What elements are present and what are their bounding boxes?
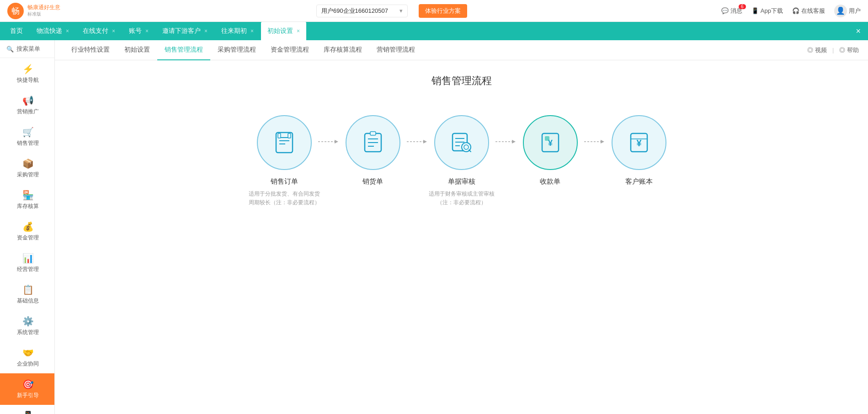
flow-label-ledger: 客户账本 xyxy=(625,177,653,186)
close-all-tabs-button[interactable]: × xyxy=(852,27,864,36)
logo-area: 畅 畅康通好生意 标准版 xyxy=(7,3,62,19)
flow-circle-ledger[interactable]: ¥ xyxy=(612,115,666,170)
tab-invite[interactable]: 邀请下游客户 × xyxy=(156,22,214,40)
quick-nav-icon: ⚡ xyxy=(22,64,34,74)
top-header: 畅 畅康通好生意 标准版 用户690企业1660120507 ▾ 体验行业方案 … xyxy=(0,0,868,22)
message-badge: 6 xyxy=(739,4,746,9)
sidebar-item-sales[interactable]: 🛒 销售管理 xyxy=(0,121,54,153)
flow-desc-sales-order: 适用于分批发货、有合同发货周期较长（注：非必要流程） xyxy=(248,190,321,207)
tab-logistics[interactable]: 物流快递 × xyxy=(30,22,75,40)
video-link[interactable]: ◎ 视频 xyxy=(807,46,827,54)
chevron-down-icon: ▾ xyxy=(399,7,403,14)
tab-home[interactable]: 首页 xyxy=(4,22,29,40)
svg-rect-23 xyxy=(545,136,549,141)
user-selector-text: 用户690企业1660120507 xyxy=(321,7,388,15)
svg-rect-4 xyxy=(278,133,281,138)
flow-desc-review: 适用于财务审核或主管审核（注：非必要流程） xyxy=(425,190,498,207)
svg-rect-11 xyxy=(370,132,376,135)
page-content: 销售管理流程 销售订单 xyxy=(55,60,868,414)
online-service-button[interactable]: 🎧 在线客服 xyxy=(792,7,825,15)
sidebar: 🔍 搜索菜单 ⚡ 快捷导航 📢 营销推广 🛒 销售管理 📦 采购管理 🏪 库存核… xyxy=(0,40,55,414)
flow-label-delivery: 销货单 xyxy=(362,177,383,186)
tab-close-initial[interactable]: × xyxy=(297,28,300,34)
flow-step-sales-order: 销售订单 适用于分批发货、有合同发货周期较长（注：非必要流程） xyxy=(248,115,321,207)
sub-tab-industry[interactable]: 行业特性设置 xyxy=(64,40,117,60)
operations-icon: 📊 xyxy=(22,253,34,264)
marketing-icon: 📢 xyxy=(22,95,34,106)
flow-circle-delivery[interactable] xyxy=(346,115,400,170)
flow-step-delivery: 销货单 xyxy=(336,115,410,190)
sub-tabs: 行业特性设置 初始设置 销售管理流程 采购管理流程 资金管理流程 库存核算流程 … xyxy=(55,40,868,60)
sidebar-item-basic-info[interactable]: 📋 基础信息 xyxy=(0,279,54,310)
sidebar-item-quick-nav[interactable]: ⚡ 快捷导航 xyxy=(0,58,54,90)
sidebar-item-finance[interactable]: 💰 资金管理 xyxy=(0,216,54,247)
sub-tab-sales-flow[interactable]: 销售管理流程 xyxy=(157,40,210,60)
flow-circle-receipt[interactable]: ¥ xyxy=(523,115,578,170)
svg-rect-5 xyxy=(288,133,291,138)
flow-label-sales-order: 销售订单 xyxy=(271,177,298,186)
flow-step-receipt: ¥ 收款单 xyxy=(514,115,587,190)
sub-tab-initial[interactable]: 初始设置 xyxy=(117,40,157,60)
header-right: 💬 消息 6 📱 App下载 🎧 在线客服 👤 用户 xyxy=(721,5,861,17)
experience-button[interactable]: 体验行业方案 xyxy=(419,4,467,18)
sidebar-search[interactable]: 🔍 搜索菜单 xyxy=(0,40,54,58)
logo-icon: 畅 xyxy=(7,3,24,19)
avatar: 👤 xyxy=(834,5,847,17)
purchase-icon: 📦 xyxy=(22,158,34,169)
app-center-icon: 📱 xyxy=(22,410,34,414)
sales-icon: 🛒 xyxy=(22,127,34,138)
user-selector[interactable]: 用户690企业1660120507 ▾ xyxy=(316,5,408,17)
app-download-button[interactable]: 📱 App下载 xyxy=(751,7,783,15)
sub-tab-inventory-flow[interactable]: 库存核算流程 xyxy=(316,40,369,60)
sidebar-item-enterprise[interactable]: 🤝 企业协同 xyxy=(0,342,54,373)
message-icon: 💬 xyxy=(721,7,729,14)
sidebar-item-inventory[interactable]: 🏪 库存核算 xyxy=(0,184,54,216)
download-icon: 📱 xyxy=(751,7,759,14)
sidebar-item-operations[interactable]: 📊 经营管理 xyxy=(0,247,54,279)
tab-close-invite[interactable]: × xyxy=(204,28,208,34)
tab-initial-setup[interactable]: 初始设置 × xyxy=(261,22,306,40)
sub-tab-actions: ◎ 视频 | ◎ 帮助 xyxy=(807,46,859,54)
system-icon: ⚙️ xyxy=(22,316,34,327)
sidebar-item-guide[interactable]: 🎯 新手引导 xyxy=(0,373,54,405)
message-button[interactable]: 💬 消息 6 xyxy=(721,7,742,15)
tab-close-logistics[interactable]: × xyxy=(66,28,69,34)
user-avatar-button[interactable]: 👤 用户 xyxy=(834,5,861,17)
sub-tab-purchase-flow[interactable]: 采购管理流程 xyxy=(210,40,263,60)
tab-payment[interactable]: 在线支付 × xyxy=(76,22,122,40)
tab-close-period[interactable]: × xyxy=(250,28,254,34)
sidebar-item-app-center[interactable]: 📱 应用中心 xyxy=(0,405,54,414)
inventory-icon: 🏪 xyxy=(22,190,34,201)
content-area: 行业特性设置 初始设置 销售管理流程 采购管理流程 资金管理流程 库存核算流程 … xyxy=(55,40,868,414)
tab-account[interactable]: 账号 × xyxy=(122,22,155,40)
sidebar-item-purchase[interactable]: 📦 采购管理 xyxy=(0,153,54,184)
flow-circle-sales-order[interactable] xyxy=(257,115,312,170)
flow-step-review: 单据审核 适用于财务审核或主管审核（注：非必要流程） xyxy=(425,115,498,207)
page-title: 销售管理流程 xyxy=(73,74,850,88)
main-layout: 🔍 搜索菜单 ⚡ 快捷导航 📢 营销推广 🛒 销售管理 📦 采购管理 🏪 库存核… xyxy=(0,40,868,414)
logo-text: 畅康通好生意 xyxy=(27,4,60,11)
flow-step-ledger: ¥ 客户账本 xyxy=(602,115,676,190)
flow-label-receipt: 收款单 xyxy=(540,177,560,186)
flow-circle-review[interactable] xyxy=(434,115,489,170)
service-icon: 🎧 xyxy=(792,7,799,14)
enterprise-icon: 🤝 xyxy=(22,347,34,358)
svg-text:¥: ¥ xyxy=(636,138,642,148)
tab-close-payment[interactable]: × xyxy=(112,28,115,34)
sub-tab-finance-flow[interactable]: 资金管理流程 xyxy=(263,40,316,60)
flow-label-review: 单据审核 xyxy=(448,177,475,186)
nav-tabs: 首页 物流快递 × 在线支付 × 账号 × 邀请下游客户 × 往来期初 × 初始… xyxy=(0,22,868,40)
flow-diagram: 销售订单 适用于分批发货、有合同发货周期较长（注：非必要流程） xyxy=(73,115,850,207)
svg-line-19 xyxy=(469,150,471,152)
search-icon: 🔍 xyxy=(6,46,14,53)
sub-tab-marketing-flow[interactable]: 营销管理流程 xyxy=(369,40,422,60)
guide-icon: 🎯 xyxy=(22,379,34,390)
tab-close-account[interactable]: × xyxy=(145,28,149,34)
logo-sub: 标准版 xyxy=(27,11,60,17)
sidebar-item-marketing[interactable]: 📢 营销推广 xyxy=(0,90,54,121)
finance-icon: 💰 xyxy=(22,221,34,232)
basic-info-icon: 📋 xyxy=(22,284,34,295)
sidebar-item-system[interactable]: ⚙️ 系统管理 xyxy=(0,310,54,342)
tab-period[interactable]: 往来期初 × xyxy=(215,22,260,40)
help-link[interactable]: ◎ 帮助 xyxy=(839,46,859,54)
